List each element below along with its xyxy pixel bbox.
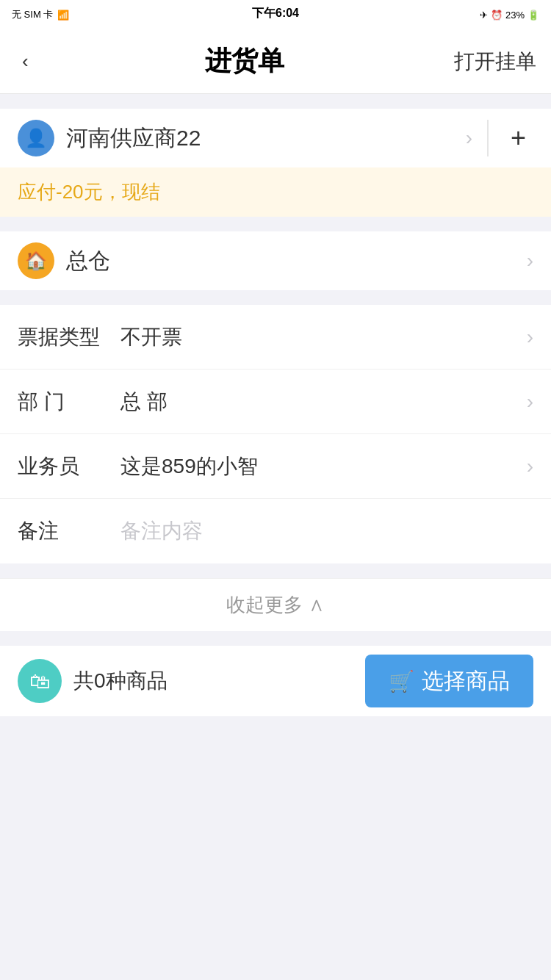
status-time: 下午6:04: [252, 6, 299, 21]
supplier-avatar: 👤: [18, 120, 54, 156]
page-title: 进货单: [205, 43, 284, 79]
warehouse-icon-glyph: 🏠: [25, 251, 47, 271]
back-button[interactable]: ‹: [15, 43, 36, 80]
battery-icon: 🔋: [527, 10, 539, 21]
sim-label: 无 SIM 卡: [12, 8, 53, 21]
avatar-person-icon: 👤: [25, 128, 47, 148]
invoice-type-value: 不开票: [120, 323, 527, 351]
select-product-button[interactable]: 🛒 选择商品: [365, 655, 533, 707]
collapse-label: 收起更多 ∧: [226, 592, 324, 618]
form-section: 票据类型 不开票 › 部 门 总 部 › 业务员 这是859的小智 › 备注 备…: [0, 305, 551, 563]
collapse-row[interactable]: 收起更多 ∧: [0, 578, 551, 631]
cart-small-icon: 🛍: [29, 669, 50, 693]
invoice-type-label: 票据类型: [18, 323, 120, 351]
remark-placeholder: 备注内容: [120, 517, 533, 545]
salesperson-value: 这是859的小智: [120, 453, 527, 480]
section-gap-1: [0, 94, 551, 109]
status-right: ✈ ⏰ 23% 🔋: [480, 10, 539, 21]
bottom-bar: 🛍 共0种商品 🛒 选择商品: [0, 646, 551, 716]
salesperson-row[interactable]: 业务员 这是859的小智 ›: [0, 434, 551, 499]
supplier-divider: [487, 120, 489, 156]
notice-text: 应付-20元，现结: [18, 181, 160, 203]
location-icon: ✈: [480, 10, 488, 21]
remark-row[interactable]: 备注 备注内容: [0, 499, 551, 563]
warehouse-chevron-icon: ›: [527, 249, 533, 273]
department-label: 部 门: [18, 388, 120, 416]
department-value: 总 部: [120, 388, 527, 416]
invoice-type-row[interactable]: 票据类型 不开票 ›: [0, 305, 551, 370]
battery-label: 23%: [505, 10, 525, 21]
select-product-label: 选择商品: [422, 666, 510, 696]
page-content: 👤 河南供应商22 › + 应付-20元，现结 🏠 总仓 › 票据类型 不开票 …: [0, 94, 551, 980]
salesperson-label: 业务员: [18, 453, 120, 480]
status-left: 无 SIM 卡 📶: [12, 8, 69, 21]
warehouse-icon: 🏠: [18, 242, 54, 279]
department-row[interactable]: 部 门 总 部 ›: [0, 370, 551, 434]
nav-bar: ‹ 进货单 打开挂单: [0, 29, 551, 94]
add-button[interactable]: +: [503, 115, 533, 161]
supplier-row[interactable]: 👤 河南供应商22 › +: [0, 109, 551, 167]
supplier-section: 👤 河南供应商22 › + 应付-20元，现结: [0, 109, 551, 217]
cart-icon-wrap: 🛍: [18, 659, 62, 703]
status-bar: 无 SIM 卡 📶 下午6:04 ✈ ⏰ 23% 🔋: [0, 0, 551, 29]
select-product-icon: 🛒: [389, 669, 414, 693]
salesperson-chevron-icon: ›: [527, 455, 533, 478]
warehouse-label: 总仓: [66, 246, 527, 276]
supplier-name: 河南供应商22: [66, 123, 466, 154]
warehouse-row[interactable]: 🏠 总仓 ›: [0, 231, 551, 290]
alarm-icon: ⏰: [491, 10, 503, 21]
notice-bar: 应付-20元，现结: [0, 167, 551, 217]
supplier-chevron-icon: ›: [466, 126, 472, 150]
wifi-icon: 📶: [57, 10, 69, 21]
invoice-type-chevron-icon: ›: [527, 325, 533, 349]
open-pending-button[interactable]: 打开挂单: [454, 48, 536, 76]
department-chevron-icon: ›: [527, 390, 533, 414]
remark-label: 备注: [18, 517, 120, 545]
product-count: 共0种商品: [73, 667, 365, 695]
